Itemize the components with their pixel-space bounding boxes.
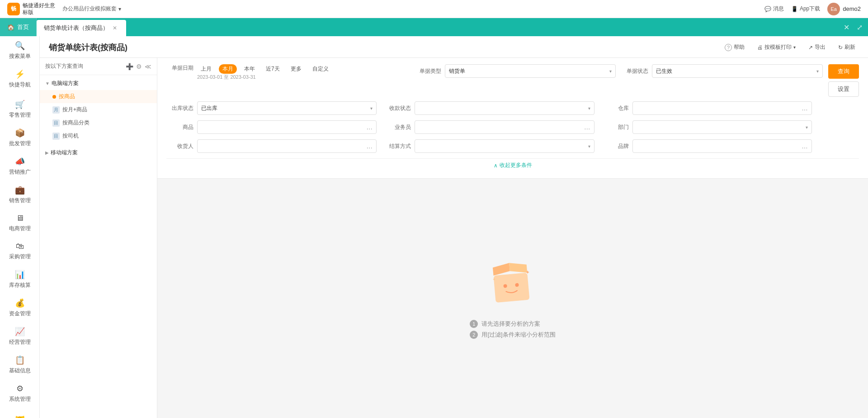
chevron-down-icon: ▾ <box>609 69 612 74</box>
collapse-button[interactable]: ∧ 收起更多条件 <box>166 158 859 172</box>
sidebar-item-sales-mgmt[interactable]: 💼 销售管理 <box>0 180 39 209</box>
consignee-label: 收货人 <box>166 142 193 150</box>
date-btn-last-month[interactable]: 上月 <box>197 64 215 74</box>
svg-text:✦: ✦ <box>492 277 496 282</box>
payment-select[interactable]: ▾ <box>415 101 594 115</box>
storage-select[interactable]: … <box>632 101 812 115</box>
topbar-left: 畅 畅捷通好生意 标版 办公用品行业模拟账套 ▾ <box>7 2 124 15</box>
svg-marker-2 <box>509 261 527 274</box>
filter-doc-status: 单据状态 已生效 ▾ <box>621 64 823 78</box>
settlement-select[interactable]: ▾ <box>415 139 594 153</box>
tab-home[interactable]: 🏠 首页 <box>0 18 37 36</box>
refresh-button[interactable]: ↻ 刷新 <box>835 42 859 53</box>
tabbar: 🏠 首页 销货单统计表（按商品） ✕ ✕ ⤢ <box>0 18 868 36</box>
avatar: Ea <box>827 3 840 15</box>
date-btn-this-year[interactable]: 本年 <box>241 64 259 74</box>
operation-mgmt-icon: 📈 <box>15 327 25 337</box>
workspace-selector[interactable]: 办公用品行业模拟账套 ▾ <box>60 4 124 14</box>
logo-icon: 畅 <box>7 3 20 15</box>
svg-rect-0 <box>494 272 530 302</box>
minimize-icon[interactable]: ✕ <box>842 21 851 33</box>
department-label: 部门 <box>602 124 629 131</box>
refresh-icon: ↻ <box>838 44 843 51</box>
dots-icon[interactable]: … <box>802 142 808 150</box>
dots-icon[interactable]: … <box>584 124 590 131</box>
tab-sales-stat[interactable]: 销货单统计表（按商品） ✕ <box>37 20 126 36</box>
sidebar-item-quick-nav[interactable]: ⚡ 快捷导航 <box>0 65 39 93</box>
enterprise-collab-icon: 🤝 <box>15 414 25 418</box>
settings-button[interactable]: 设置 <box>828 81 859 97</box>
sidebar-item-ecommerce-mgmt[interactable]: 🖥 电商管理 <box>0 209 39 237</box>
doc-type-label: 单据类型 <box>414 67 441 75</box>
tip-num-1: 1 <box>470 320 478 328</box>
inventory-icon: 📊 <box>15 270 25 280</box>
filter-settlement: 结算方式 ▾ <box>384 139 594 153</box>
sidebar-item-marketing[interactable]: 📣 营销推广 <box>0 152 39 180</box>
scheme-item-by-month-product[interactable]: 月 按月+商品 <box>40 103 157 116</box>
message-action[interactable]: 💬 消息 <box>764 5 784 13</box>
quick-nav-icon: ⚡ <box>15 69 25 79</box>
sidebar-item-purchase-mgmt[interactable]: 🛍 采购管理 <box>0 237 39 265</box>
svg-marker-1 <box>492 263 510 276</box>
date-btn-more[interactable]: 更多 <box>287 64 305 74</box>
dots-icon[interactable]: … <box>366 142 373 150</box>
goods-select[interactable]: … <box>197 120 377 134</box>
warehouse-select[interactable]: 已出库 ▾ <box>197 101 377 115</box>
department-select[interactable]: ▾ <box>632 120 812 134</box>
dots-icon[interactable]: … <box>802 104 808 112</box>
date-btn-custom[interactable]: 自定义 <box>309 64 332 74</box>
sidebar-item-operation-mgmt[interactable]: 📈 经营管理 <box>0 322 39 351</box>
ecommerce-mgmt-icon: 🖥 <box>16 214 24 223</box>
user-info[interactable]: Ea demo2 <box>827 3 861 15</box>
search-menu-icon: 🔍 <box>15 41 25 51</box>
template-print-button[interactable]: 🖨 按模板打印 ▾ <box>754 42 799 53</box>
sidebar-item-basic-info[interactable]: 📋 基础信息 <box>0 351 39 379</box>
print-icon: 🖨 <box>757 44 763 51</box>
date-btn-this-month[interactable]: 本月 <box>219 64 237 74</box>
date-range: 2023-03-01 至 2023-03-31 <box>197 74 409 81</box>
sidebar-item-retail-mgmt[interactable]: 🛒 零售管理 <box>0 95 39 124</box>
doc-status-select[interactable]: 已生效 ▾ <box>652 64 823 78</box>
empty-tip-1: 1 请先选择要分析的方案 <box>470 320 555 328</box>
settings-scheme-icon[interactable]: ⚙ <box>136 63 142 70</box>
sidebar-item-system-mgmt[interactable]: ⚙ 系统管理 <box>0 379 39 408</box>
export-button[interactable]: ↗ 导出 <box>805 42 829 53</box>
scheme-item-by-product[interactable]: 按商品 <box>40 90 157 103</box>
date-options-row: 上月 本月 本年 近7天 更多 自定义 <box>197 64 409 74</box>
date-btn-last-7[interactable]: 近7天 <box>262 64 283 74</box>
filter-payment: 收款状态 ▾ <box>384 101 594 115</box>
doc-type-select[interactable]: 销货单 ▾ <box>445 64 616 78</box>
close-tab-icon[interactable]: ✕ <box>111 24 118 32</box>
scheme-group-mobile-header[interactable]: ▶ 移动端方案 <box>40 146 157 159</box>
filter-row-4: 收货人 … 结算方式 ▾ <box>166 139 859 153</box>
scheme-item-by-cashier[interactable]: 目 按司机 <box>40 129 157 142</box>
right-panel: 单据日期 上月 本月 本年 近7天 更多 自定义 20 <box>157 58 868 418</box>
purchase-mgmt-icon: 🛍 <box>16 242 24 251</box>
query-btn-group: 查询 设置 <box>828 64 859 97</box>
app-download-action[interactable]: 📱 App下载 <box>791 5 820 13</box>
consignee-select[interactable]: … <box>197 139 377 153</box>
query-button[interactable]: 查询 <box>828 64 859 79</box>
date-label: 单据日期 <box>166 64 193 72</box>
sidebar-item-wholesale-mgmt[interactable]: 📦 批发管理 <box>0 124 39 152</box>
scheme-group-desktop-header[interactable]: ▼ 电脑端方案 <box>40 77 157 90</box>
two-column-layout: 按以下方案查询 ➕ ⚙ ≪ ▼ 电脑端方案 按商品 <box>40 58 868 418</box>
dots-icon[interactable]: … <box>366 124 373 131</box>
scheme-panel-title: 按以下方案查询 <box>45 62 83 70</box>
empty-box-svg: ✦ ✦ <box>486 258 540 313</box>
brand-select[interactable]: … <box>632 139 812 153</box>
chevron-down-icon: ▾ <box>816 69 819 74</box>
scheme-item-month-icon: 月 <box>52 106 60 114</box>
scheme-item-by-product-category[interactable]: 目 按商品分类 <box>40 116 157 129</box>
salesperson-select[interactable]: … <box>415 120 594 134</box>
chevron-down-icon: ▾ <box>118 6 121 12</box>
user-name: demo2 <box>843 5 861 12</box>
sidebar-item-enterprise-collab[interactable]: 🤝 企业协同 <box>0 409 39 418</box>
sidebar-item-inventory[interactable]: 📊 库存核算 <box>0 265 39 294</box>
collapse-scheme-icon[interactable]: ≪ <box>145 63 151 70</box>
fullscreen-icon[interactable]: ⤢ <box>855 21 864 33</box>
sidebar-item-finance-mgmt[interactable]: 💰 资金管理 <box>0 294 39 322</box>
sidebar-item-search-menu[interactable]: 🔍 搜索菜单 <box>0 36 39 65</box>
add-scheme-icon[interactable]: ➕ <box>126 63 133 70</box>
help-button[interactable]: ? 帮助 <box>721 42 748 53</box>
